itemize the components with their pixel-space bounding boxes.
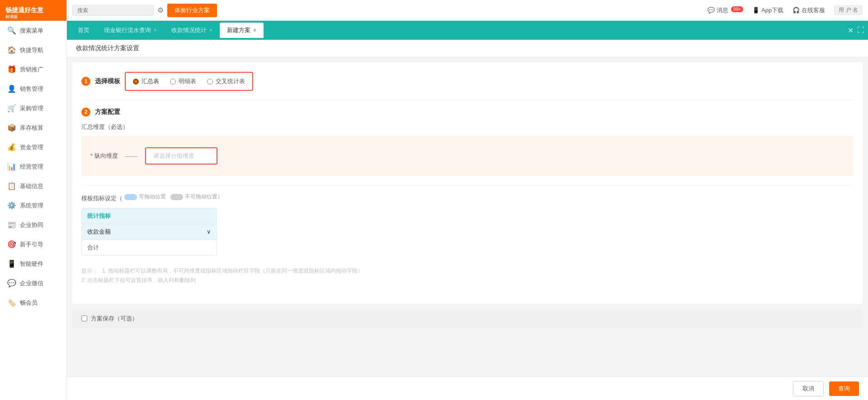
radio-summary[interactable] [133,79,139,85]
option-detail-label: 明细表 [179,77,196,85]
arrow-icon: —— [125,152,138,160]
messages-label: 消息 [717,6,728,14]
sidebar-item-nav[interactable]: 🏠 快捷导航 [0,40,66,60]
tips-section: 提示： 1. 拖动标题栏可以调整布局，不可跨维度或指标区域拖动栏目字段（只能在同… [81,266,854,286]
cancel-button[interactable]: 取消 [793,381,824,396]
save-option-checkbox[interactable] [81,315,87,321]
download-item[interactable]: 📱 App下载 [752,6,783,14]
metrics-total-cell: 合计 [82,240,217,255]
tip-line-2: 2. 点击标题栏下拉可设置排序、插入列和删除列 [81,276,854,286]
metrics-cell-amount[interactable]: 收款金额 ∨ [82,224,217,240]
tab-new-scheme-label: 新建方案 [227,26,250,34]
sidebar-item-label: 销售管理 [20,85,43,93]
step2-num: 2 [81,108,90,117]
vertical-dimension-label: * 纵向维度 [90,152,118,160]
sidebar-item-system[interactable]: ⚙️ 系统管理 [0,196,66,215]
sidebar-item-label: 企业微信 [20,279,43,287]
sidebar-item-marketing[interactable]: 🎁 营销推广 [0,60,66,79]
tab-home[interactable]: 首页 [71,23,97,38]
topbar-right: 💬 消息 99+ 📱 App下载 🎧 在线客服 用 户 名 [708,5,863,15]
money-icon: 💰 [7,143,16,151]
sidebar-item-label: 经营管理 [20,163,43,171]
sidebar-item-label: 快捷导航 [20,46,43,54]
headset-icon: 🎧 [793,7,800,14]
cart-icon: 🛒 [7,104,16,113]
sidebar-item-label: 库存核算 [20,124,43,132]
close-tab-cashflow[interactable]: × [154,27,157,33]
bottom-bar: 取消 查询 [67,376,868,400]
dimension-area: * 纵向维度 —— 请选择分组维度 [81,136,854,176]
sidebar-item-finance[interactable]: 💰 资金管理 [0,137,66,157]
metrics-table-header: 统计指标 [82,208,217,224]
step2-section: 2 方案配置 汇总维度（必选） * 纵向维度 —— 请选择分组维度 [81,108,854,286]
step1-section: 1 选择模板 汇总表 明细表 交叉统计表 [81,72,854,91]
app-logo: 畅捷通好生意 标准版 [0,0,66,21]
legend-draggable: 可拖动位置 [124,193,166,201]
box-icon: 📦 [7,123,16,132]
tabbar: 首页 现金银行流水查询 × 收款情况统计 × 新建方案 × ✕ ⛶ [67,21,868,40]
newspaper-icon: 📰 [7,221,16,229]
radio-detail[interactable] [170,79,176,85]
option-detail[interactable]: 明细表 [170,77,196,85]
download-label: App下载 [761,6,783,14]
chat-icon: 💬 [7,279,16,287]
radio-cross[interactable] [207,79,213,85]
sidebar-item-inventory[interactable]: 📦 库存核算 [0,118,66,137]
user-display[interactable]: 用 户 名 [834,5,863,15]
dimension-selector[interactable]: 请选择分组维度 [145,147,217,165]
tips-prefix: 提示： [81,268,98,274]
sidebar-item-operations[interactable]: 📊 经营管理 [0,157,66,176]
sidebar-item-wechat[interactable]: 💬 企业微信 [0,273,66,293]
sidebar-item-basic-info[interactable]: 📋 基础信息 [0,176,66,196]
industry-btn[interactable]: 体验行业方案 [167,4,217,17]
tab-receipts[interactable]: 收款情况统计 × [164,23,220,38]
sidebar-item-sales[interactable]: 👤 销售管理 [0,79,66,99]
tab-cashflow-label: 现金银行流水查询 [104,26,151,34]
settings-icon[interactable]: ⚙ [157,6,164,14]
maximize-icon[interactable]: ⛶ [857,26,864,34]
step1-header: 1 选择模板 汇总表 明细表 交叉统计表 [81,72,854,91]
message-icon: 💬 [708,7,715,14]
legend-fixed-label: 不可拖动位置） [185,193,223,201]
sidebar-item-label: 畅会员 [20,299,38,307]
dimension-row: * 纵向维度 —— 请选择分组维度 [90,147,844,165]
sidebar-item-label: 新手引导 [20,240,43,249]
save-option-section: 方案保存（可选） [72,309,863,328]
sidebar-item-corp-collab[interactable]: 📰 企业协同 [0,215,66,235]
chart-icon: 📊 [7,162,16,171]
sidebar-item-label: 企业协同 [20,221,43,229]
sidebar-item-search[interactable]: 🔍 搜索菜单 [0,21,66,40]
option-summary-label: 汇总表 [142,77,159,85]
sidebar-item-label: 搜索菜单 [20,27,43,35]
close-tab-new-scheme[interactable]: × [253,27,256,33]
divider-1 [81,100,854,100]
tips-title: 提示： 1. 拖动标题栏可以调整布局，不可跨维度或指标区域拖动栏目字段（只能在同… [81,266,854,276]
gift-icon: 🎁 [7,65,16,74]
dropdown-arrow-icon[interactable]: ∨ [207,228,211,235]
tabbar-actions: ✕ ⛶ [848,26,864,35]
messages-item[interactable]: 💬 消息 99+ [708,6,743,14]
search-input[interactable] [72,5,154,16]
messages-badge: 99+ [731,6,743,12]
tab-new-scheme[interactable]: 新建方案 × [220,23,264,38]
option-cross[interactable]: 交叉统计表 [207,77,245,85]
service-label: 在线客服 [802,6,825,14]
sidebar-item-member[interactable]: 🏷️ 畅会员 [0,293,66,312]
sidebar-item-hardware[interactable]: 📱 智能硬件 [0,254,66,273]
form-container: 1 选择模板 汇总表 明细表 交叉统计表 [72,63,863,304]
sidebar-item-label: 采购管理 [20,104,43,113]
legend-fixed: 不可拖动位置） [170,193,223,201]
tab-cashflow[interactable]: 现金银行流水查询 × [97,23,164,38]
option-summary[interactable]: 汇总表 [133,77,159,85]
topbar: ⚙ 体验行业方案 💬 消息 99+ 📱 App下载 🎧 在线客服 用 户 名 [67,0,868,21]
sidebar-item-purchase[interactable]: 🛒 采购管理 [0,99,66,118]
close-tab-receipts[interactable]: × [209,27,212,33]
query-button[interactable]: 查询 [829,381,859,396]
template-options: 汇总表 明细表 交叉统计表 [125,72,253,91]
sidebar-item-label: 系统管理 [20,202,43,210]
step2-header: 2 方案配置 [81,108,854,117]
close-all-tabs-icon[interactable]: ✕ [848,26,854,35]
sidebar-item-guide[interactable]: 🎯 新手引导 [0,235,66,254]
target-icon: 🎯 [7,240,16,249]
service-item[interactable]: 🎧 在线客服 [793,6,825,14]
